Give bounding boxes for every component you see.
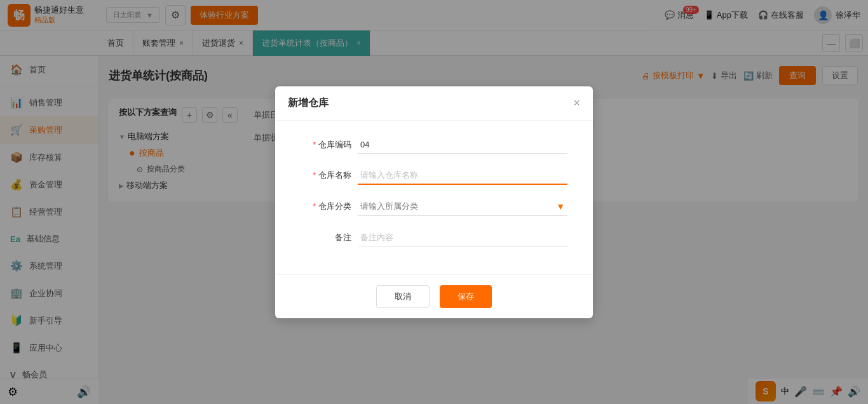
warehouse-code-label: * 仓库编码 bbox=[301, 139, 351, 151]
required-star-code: * bbox=[313, 140, 316, 149]
note-label: 备注 bbox=[301, 232, 351, 243]
warehouse-name-input[interactable] bbox=[358, 166, 567, 185]
form-row-warehouse-code: * 仓库编码 bbox=[301, 136, 567, 154]
warehouse-modal: 新增仓库 × * 仓库编码 * 仓库名称 bbox=[275, 86, 593, 318]
warehouse-code-input[interactable] bbox=[358, 136, 567, 154]
form-row-note: 备注 bbox=[301, 229, 567, 246]
form-row-warehouse-category: * 仓库分类 ▼ bbox=[301, 198, 567, 216]
warehouse-category-select-row[interactable]: ▼ bbox=[358, 198, 567, 216]
warehouse-category-label: * 仓库分类 bbox=[301, 201, 351, 212]
modal-footer: 取消 保存 bbox=[275, 274, 593, 318]
note-input[interactable] bbox=[358, 229, 567, 246]
save-button[interactable]: 保存 bbox=[440, 285, 492, 308]
modal-overlay: 新增仓库 × * 仓库编码 * 仓库名称 bbox=[0, 0, 868, 404]
warehouse-category-input[interactable] bbox=[360, 201, 556, 211]
required-star-name: * bbox=[313, 170, 316, 180]
modal-title: 新增仓库 bbox=[288, 97, 329, 110]
modal-body: * 仓库编码 * 仓库名称 * 仓库分类 bbox=[275, 121, 593, 274]
modal-close-btn[interactable]: × bbox=[573, 97, 580, 109]
modal-header: 新增仓库 × bbox=[275, 86, 593, 121]
category-dropdown-arrow: ▼ bbox=[556, 201, 565, 212]
cancel-button[interactable]: 取消 bbox=[376, 285, 430, 308]
warehouse-name-label: * 仓库名称 bbox=[301, 170, 351, 181]
required-star-category: * bbox=[313, 201, 316, 211]
form-row-warehouse-name: * 仓库名称 bbox=[301, 166, 567, 185]
